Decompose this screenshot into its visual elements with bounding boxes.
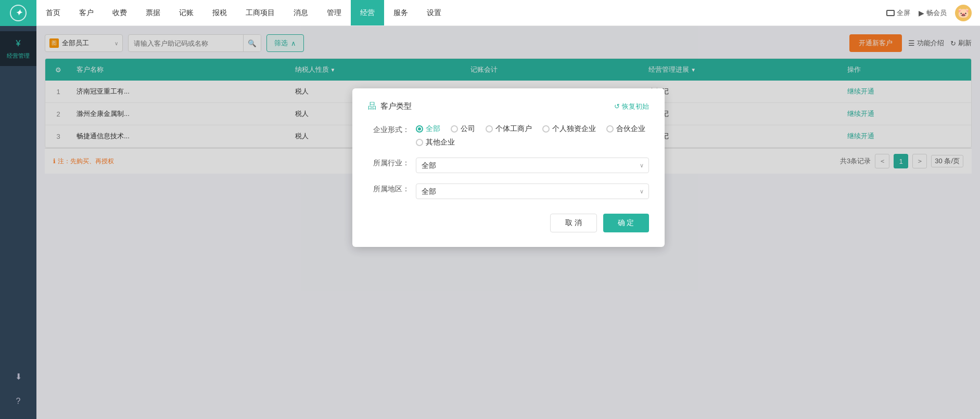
reset-icon: ↺ xyxy=(614,102,620,110)
enterprise-option-individual[interactable]: 个体工商户 xyxy=(486,124,532,134)
nav-customer[interactable]: 客户 xyxy=(70,0,103,25)
radio-circle-sole xyxy=(542,125,550,133)
radio-circle-partnership xyxy=(606,125,614,133)
enterprise-option-individual-label: 个体工商户 xyxy=(495,124,532,134)
reset-label: 恢复初始 xyxy=(622,102,649,111)
enterprise-form-label: 企业形式： xyxy=(368,124,410,135)
app-logo-icon: ✦ xyxy=(10,5,27,21)
fullscreen-label: 全屏 xyxy=(897,8,910,18)
nav-bookkeeping[interactable]: 记账 xyxy=(170,0,203,25)
sidebar-item-operation-management[interactable]: ¥ 经营管理 xyxy=(0,31,36,66)
industry-label: 所属行业： xyxy=(368,158,410,168)
nav-management[interactable]: 管理 xyxy=(317,0,351,25)
industry-select-wrapper: 全部 xyxy=(416,158,649,173)
cancel-button[interactable]: 取 消 xyxy=(550,214,597,232)
enterprise-option-partnership-label: 合伙企业 xyxy=(616,124,645,134)
reset-button[interactable]: ↺ 恢复初始 xyxy=(614,102,649,111)
enterprise-option-company[interactable]: 公司 xyxy=(451,124,475,134)
region-dropdown[interactable]: 全部 xyxy=(416,184,649,199)
nav-operation[interactable]: 经营 xyxy=(351,0,384,25)
enterprise-form-options: 全部 公司 个体工商户 个人独资企业 xyxy=(416,124,649,147)
nav-invoice[interactable]: 票据 xyxy=(136,0,170,25)
region-dropdown-wrapper: 全部 xyxy=(416,184,649,199)
sidebar: ¥ 经营管理 ⬇ ? xyxy=(0,26,36,419)
nav-business[interactable]: 工商项目 xyxy=(236,0,284,25)
nav-right-area: 全屏 ▶ 畅会员 🐷 xyxy=(886,5,980,21)
confirm-button[interactable]: 确 定 xyxy=(603,214,649,232)
operation-management-icon: ¥ xyxy=(12,37,24,50)
fullscreen-icon xyxy=(886,10,895,16)
sidebar-bottom: ⬇ ? xyxy=(0,364,36,419)
nav-tax[interactable]: 报税 xyxy=(203,0,236,25)
sidebar-help-button[interactable]: ? xyxy=(0,389,36,414)
enterprise-option-company-label: 公司 xyxy=(461,124,475,134)
enterprise-option-all[interactable]: 全部 xyxy=(416,124,440,134)
modal-title: 品 客户类型 xyxy=(368,101,412,112)
enterprise-option-other[interactable]: 其他企业 xyxy=(416,138,455,147)
region-form-row: 所属地区： 全部 xyxy=(368,184,649,199)
modal-title-icon: 品 xyxy=(368,101,376,112)
region-select-wrapper: 全部 xyxy=(416,184,649,199)
radio-circle-company xyxy=(451,125,458,133)
logo-area: ✦ xyxy=(0,0,36,26)
nav-messages[interactable]: 消息 xyxy=(284,0,317,25)
region-label: 所属地区： xyxy=(368,184,410,194)
top-navigation: ✦ 首页 客户 收费 票据 记账 报税 工商项目 消息 管理 经营 服务 设置 … xyxy=(0,0,980,26)
enterprise-option-other-label: 其他企业 xyxy=(426,138,455,147)
sidebar-item-label-operation: 经营管理 xyxy=(7,52,30,60)
enterprise-option-partnership[interactable]: 合伙企业 xyxy=(606,124,645,134)
nav-billing[interactable]: 收费 xyxy=(103,0,136,25)
enterprise-option-sole[interactable]: 个人独资企业 xyxy=(542,124,596,134)
enterprise-form-row: 企业形式： 全部 公司 个体工商户 xyxy=(368,124,649,147)
fullscreen-button[interactable]: 全屏 xyxy=(886,8,910,18)
help-icon: ? xyxy=(12,395,24,408)
industry-dropdown-wrapper: 全部 xyxy=(416,158,649,173)
industry-dropdown[interactable]: 全部 xyxy=(416,158,649,173)
nav-settings[interactable]: 设置 xyxy=(417,0,451,25)
vip-label: 畅会员 xyxy=(926,8,947,18)
sidebar-download-button[interactable]: ⬇ xyxy=(0,364,36,389)
modal-overlay: 品 客户类型 ↺ 恢复初始 企业形式： 全部 公司 xyxy=(36,26,980,419)
enterprise-option-sole-label: 个人独资企业 xyxy=(552,124,596,134)
download-icon: ⬇ xyxy=(12,370,24,383)
radio-circle-individual xyxy=(486,125,493,133)
radio-circle-all xyxy=(416,125,423,133)
modal-header: 品 客户类型 ↺ 恢复初始 xyxy=(368,101,649,112)
vip-button[interactable]: ▶ 畅会员 xyxy=(919,8,947,18)
enterprise-radio-group: 全部 公司 个体工商户 个人独资企业 xyxy=(416,124,649,147)
modal-title-text: 客户类型 xyxy=(380,101,412,111)
nav-service[interactable]: 服务 xyxy=(384,0,417,25)
customer-type-modal: 品 客户类型 ↺ 恢复初始 企业形式： 全部 公司 xyxy=(352,88,665,247)
radio-circle-other xyxy=(416,139,423,146)
nav-items: 首页 客户 收费 票据 记账 报税 工商项目 消息 管理 经营 服务 设置 xyxy=(36,0,886,25)
user-avatar[interactable]: 🐷 xyxy=(955,5,972,21)
nav-home[interactable]: 首页 xyxy=(36,0,70,25)
enterprise-option-all-label: 全部 xyxy=(426,124,440,134)
vip-icon: ▶ xyxy=(919,9,924,17)
industry-form-row: 所属行业： 全部 xyxy=(368,158,649,173)
modal-footer: 取 消 确 定 xyxy=(368,214,649,232)
